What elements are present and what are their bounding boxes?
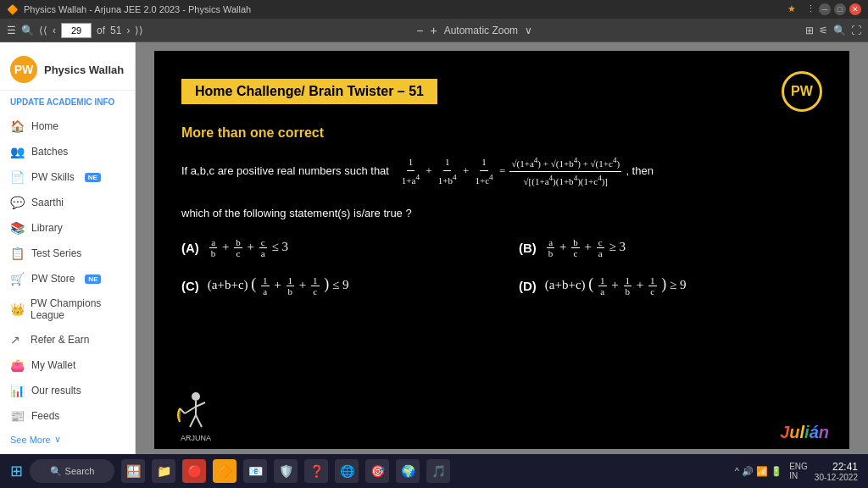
window-title: Physics Wallah - Arjuna JEE 2.0 2023 - P… <box>24 4 251 14</box>
pw-store-icon: 🛒 <box>10 272 25 286</box>
sidebar-logo: PW Physics Wallah <box>0 49 135 91</box>
sidebar-item-pw-skills[interactable]: 📄 PW Skills NE <box>0 164 135 190</box>
taskbar-app-1[interactable]: 🪟 <box>121 459 145 483</box>
sidebar-item-pw-store[interactable]: 🛒 PW Store NE <box>0 266 135 291</box>
pdf-page: Home Challenge/ Brain Twister – 51 PW Mo… <box>154 51 849 449</box>
home-icon: 🏠 <box>10 119 25 133</box>
taskbar-right: ^ 🔊 📶 🔋 ENGIN 22:41 30-12-2022 <box>735 461 858 482</box>
fullscreen-icon[interactable]: ⛶ <box>851 25 861 36</box>
taskbar-app-11[interactable]: 🎵 <box>426 459 450 483</box>
next-page-icon[interactable]: › <box>126 25 130 36</box>
taskbar-app-7[interactable]: ❓ <box>304 459 328 483</box>
split-icon[interactable]: ⚟ <box>819 25 828 36</box>
taskbar-app-8[interactable]: 🌐 <box>335 459 359 483</box>
option-b-expr: a b + b c + c a ≥ 3 <box>545 237 626 258</box>
taskbar-app-2[interactable]: 📁 <box>152 459 175 483</box>
pdf-toolbar: ☰ 🔍 ⟨⟨ ‹ 29 of 51 › ⟩⟩ − + Automatic Zoo… <box>0 19 868 42</box>
last-page-icon[interactable]: ⟩⟩ <box>135 25 143 36</box>
feeds-icon: 📰 <box>10 409 25 423</box>
grid-icon[interactable]: ⊞ <box>805 25 814 36</box>
saarthi-icon: 💬 <box>10 196 25 209</box>
options-grid: (A) a b + b c + c <box>181 237 822 297</box>
sidebar-item-label: My Wallet <box>31 359 75 371</box>
zoom-in-button[interactable]: + <box>431 24 437 37</box>
sidebar-item-refer[interactable]: ↗ Refer & Earn <box>0 327 135 352</box>
zoom-dropdown-icon[interactable]: ∨ <box>525 25 532 36</box>
title-bar: 🔶 Physics Wallah - Arjuna JEE 2.0 2023 -… <box>0 0 868 19</box>
update-academic-link[interactable]: UPDATE ACADEMIC INFO <box>0 94 135 114</box>
logo-text: Physics Wallah <box>44 64 124 76</box>
time-block: 22:41 30-12-2022 <box>815 461 858 482</box>
option-b: (B) a b + b c + c <box>519 237 822 258</box>
clock-date: 30-12-2022 <box>815 473 858 482</box>
sys-tray-icons: ^ 🔊 📶 🔋 <box>735 466 782 477</box>
sidebar-item-label: Batches <box>31 146 68 158</box>
sidebar-item-label: Home <box>31 120 58 132</box>
option-c: (C) (a+b+c) ( 1 a + 1 b + <box>181 275 485 297</box>
see-more-link[interactable]: See More ∨ <box>0 429 135 450</box>
minimize-button[interactable]: ─ <box>819 3 831 15</box>
taskbar-app-10[interactable]: 🌍 <box>396 459 420 483</box>
sidebar-item-feeds[interactable]: 📰 Feeds <box>0 403 135 429</box>
question-subtitle: More than one correct <box>181 125 822 141</box>
maximize-button[interactable]: □ <box>834 3 846 15</box>
zoom-out-button[interactable]: − <box>416 24 423 37</box>
sidebar-item-saarthi[interactable]: 💬 Saarthi <box>0 190 135 215</box>
windows-start-button[interactable]: ⊞ <box>10 462 23 480</box>
new-badge-store: NE <box>85 274 101 284</box>
menu-icon[interactable]: ☰ <box>7 25 16 36</box>
archer-label: ARJUNA <box>175 434 217 442</box>
svg-point-0 <box>192 392 200 401</box>
sidebar-item-batches[interactable]: 👥 Batches <box>0 139 135 164</box>
menu-icon[interactable]: ⋮ <box>806 3 815 15</box>
taskbar: ⊞ 🔍 Search 🪟 📁 🔴 🔶 📧 🛡️ ❓ 🌐 🎯 🌍 🎵 ^ 🔊 📶 … <box>0 454 868 488</box>
option-a-label: (A) <box>181 241 199 255</box>
sidebar-item-library[interactable]: 📚 Library <box>0 215 135 241</box>
option-d: (D) (a+b+c) ( 1 a + 1 b + <box>519 275 822 297</box>
question-end: , then <box>626 164 654 177</box>
sidebar-item-label: PW Champions League <box>31 297 125 321</box>
sidebar-item-label: Our results <box>31 385 81 396</box>
sidebar-item-test-series[interactable]: 📋 Test Series <box>0 241 135 266</box>
archer-svg <box>175 390 217 432</box>
see-more-label: See More <box>10 435 51 445</box>
page-separator: of <box>97 25 105 36</box>
search-toolbar-icon[interactable]: 🔍 <box>833 25 846 36</box>
page-number-input[interactable]: 29 <box>61 23 92 38</box>
test-series-icon: 📋 <box>10 247 25 260</box>
sidebar-item-label: Test Series <box>31 247 81 259</box>
option-b-label: (B) <box>519 241 537 255</box>
close-button[interactable]: ✕ <box>849 3 861 15</box>
sidebar-item-home[interactable]: 🏠 Home <box>0 114 135 139</box>
sidebar: PW Physics Wallah UPDATE ACADEMIC INFO 🏠… <box>0 42 136 454</box>
sidebar-item-champions[interactable]: 👑 PW Champions League <box>0 291 135 327</box>
taskbar-app-9[interactable]: 🎯 <box>365 459 389 483</box>
taskbar-app-6[interactable]: 🛡️ <box>274 459 298 483</box>
taskbar-app-3[interactable]: 🔴 <box>182 459 206 483</box>
zoom-label: Automatic Zoom <box>444 25 518 36</box>
batches-icon: 👥 <box>10 145 25 158</box>
sidebar-item-label: Saarthi <box>31 197 64 208</box>
svg-line-2 <box>185 407 196 413</box>
taskbar-app-5[interactable]: 📧 <box>243 459 267 483</box>
question-text: If a,b,c are positive real numbers such … <box>181 154 822 190</box>
prev-page-icon[interactable]: ‹ <box>53 25 56 36</box>
footer-archer: ARJUNA <box>175 390 217 442</box>
sidebar-item-results[interactable]: 📊 Our results <box>0 378 135 403</box>
option-a-expr: a b + b c + c a ≤ 3 <box>208 237 288 258</box>
clock-time: 22:41 <box>815 461 858 473</box>
app-favicon: 🔶 <box>7 4 19 15</box>
search-bar[interactable]: 🔍 Search <box>30 459 114 483</box>
sidebar-item-label: PW Skills <box>31 171 75 183</box>
star-icon[interactable]: ★ <box>787 3 796 15</box>
first-page-icon[interactable]: ⟨⟨ <box>39 25 47 36</box>
option-a: (A) a b + b c + c <box>181 237 485 258</box>
search-icon[interactable]: 🔍 <box>21 25 34 36</box>
sidebar-item-label: Library <box>31 222 63 234</box>
pw-logo-circle: PW <box>782 71 822 112</box>
challenge-badge: Home Challenge/ Brain Twister – 51 <box>181 79 437 104</box>
taskbar-app-4[interactable]: 🔶 <box>213 459 236 483</box>
option-d-label: (D) <box>519 279 537 293</box>
sidebar-item-wallet[interactable]: 👛 My Wallet <box>0 352 135 378</box>
library-icon: 📚 <box>10 221 25 235</box>
